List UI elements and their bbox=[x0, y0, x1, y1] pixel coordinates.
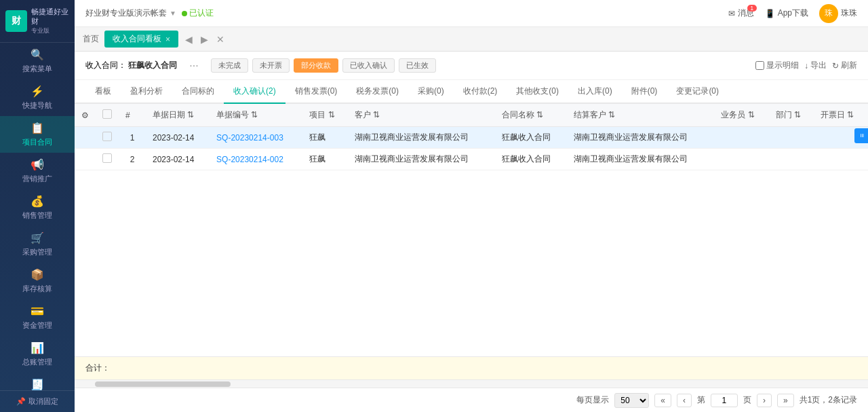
th-customer[interactable]: 客户 ⇅ bbox=[348, 104, 495, 127]
sub-tabs: 看板盈利分析合同标的收入确认(2)销售发票(0)税务发票(0)采购(0)收付款(… bbox=[75, 80, 868, 104]
sub-tab-0[interactable]: 看板 bbox=[85, 80, 121, 104]
tab-close-button[interactable]: × bbox=[165, 35, 170, 44]
sub-tab-10[interactable]: 附件(0) bbox=[622, 80, 667, 104]
table-area[interactable]: ⚙ # 单据日期 ⇅ 单据编号 ⇅ 项目 ⇅ 客户 ⇅ 合同名称 ⇅ 结算客户 … bbox=[75, 104, 868, 356]
sidebar-item-search[interactable]: 🔍搜索菜单 bbox=[0, 43, 75, 79]
th-settle-customer[interactable]: 结算客户 ⇅ bbox=[567, 104, 714, 127]
td-check-1[interactable] bbox=[96, 149, 119, 170]
sidebar-item-fund[interactable]: 💳资金管理 bbox=[0, 299, 75, 336]
company-selector[interactable]: 好业财专业版演示帐套 ▼ bbox=[85, 7, 176, 19]
export-label: 导出 bbox=[810, 60, 827, 71]
sub-tab-5[interactable]: 税务发票(0) bbox=[347, 80, 408, 104]
sub-tab-2[interactable]: 合同标的 bbox=[172, 80, 224, 104]
sidebar-item-quick[interactable]: ⚡快捷导航 bbox=[0, 79, 75, 116]
tab-bar: 首页 收入合同看板 × ◀ ▶ ✕ bbox=[75, 27, 868, 52]
home-breadcrumb[interactable]: 首页 bbox=[83, 33, 99, 45]
td-salesperson-0 bbox=[714, 127, 768, 149]
status-btn-1[interactable]: 未开票 bbox=[252, 58, 290, 73]
sidebar-item-purchase[interactable]: 🛒采购管理 bbox=[0, 226, 75, 263]
td-code-0[interactable]: SQ-20230214-003 bbox=[210, 127, 302, 149]
page-number-input[interactable] bbox=[711, 394, 738, 407]
th-open-date[interactable]: 开票日 ⇅ bbox=[814, 104, 868, 127]
first-page-button[interactable]: « bbox=[654, 394, 671, 407]
td-code-1[interactable]: SQ-20230214-002 bbox=[210, 149, 302, 170]
code-link-0[interactable]: SQ-20230214-003 bbox=[216, 133, 283, 143]
td-salesperson-1 bbox=[714, 149, 768, 170]
refresh-icon: ↻ bbox=[832, 61, 839, 71]
message-button[interactable]: ✉ 消息 1 bbox=[728, 7, 754, 19]
sidebar-item-account[interactable]: 📊总账管理 bbox=[0, 336, 75, 373]
table-row[interactable]: 1 2023-02-14 SQ-20230214-003 狂飙 湖南卫视商业运营… bbox=[75, 127, 868, 149]
table-row[interactable]: 2 2023-02-14 SQ-20230214-002 狂飙 湖南卫视商业运营… bbox=[75, 149, 868, 170]
sub-tab-8[interactable]: 其他收支(0) bbox=[507, 80, 568, 104]
sub-tab-3[interactable]: 收入确认(2) bbox=[224, 80, 285, 104]
status-btn-0[interactable]: 未完成 bbox=[211, 58, 248, 73]
refresh-button[interactable]: ↻ 刷新 bbox=[832, 60, 857, 71]
sidebar-label-purchase: 采购管理 bbox=[22, 247, 52, 257]
th-date[interactable]: 单据日期 ⇅ bbox=[146, 104, 210, 127]
th-salesperson[interactable]: 业务员 ⇅ bbox=[714, 104, 768, 127]
sort-icon-project: ⇅ bbox=[328, 110, 335, 119]
sub-tab-6[interactable]: 采购(0) bbox=[408, 80, 454, 104]
certified-badge: 已认证 bbox=[182, 7, 214, 19]
th-dept[interactable]: 部门 ⇅ bbox=[769, 104, 814, 127]
show-detail-input[interactable] bbox=[755, 61, 764, 70]
sub-tab-4[interactable]: 销售发票(0) bbox=[285, 80, 347, 104]
sidebar-item-marketing[interactable]: 📢营销推广 bbox=[0, 153, 75, 189]
prev-page-button[interactable]: ‹ bbox=[677, 394, 692, 407]
active-tab-income-contract[interactable]: 收入合同看板 × bbox=[104, 31, 178, 48]
table-header-row: ⚙ # 单据日期 ⇅ 单据编号 ⇅ 项目 ⇅ 客户 ⇅ 合同名称 ⇅ 结算客户 … bbox=[75, 104, 868, 127]
sidebar-item-sales[interactable]: 💰销售管理 bbox=[0, 189, 75, 226]
user-profile[interactable]: 珠 珠珠 bbox=[819, 4, 857, 23]
sidebar-item-invoice[interactable]: 🧾发票管理 bbox=[0, 373, 75, 390]
message-icon: ✉ bbox=[728, 9, 735, 18]
th-code[interactable]: 单据编号 ⇅ bbox=[210, 104, 302, 127]
active-tab-label: 收入合同看板 bbox=[113, 33, 161, 45]
horizontal-scrollbar[interactable] bbox=[75, 379, 868, 388]
th-settings[interactable]: ⚙ bbox=[75, 104, 96, 127]
th-project[interactable]: 项目 ⇅ bbox=[302, 104, 347, 127]
th-checkbox[interactable] bbox=[96, 104, 119, 127]
tab-close-all-button[interactable]: ✕ bbox=[215, 33, 226, 46]
pagination: 每页显示 50 100 200 « ‹ 第 页 › » 共1页，2条记录 bbox=[75, 388, 868, 412]
settings-icon[interactable]: ⚙ bbox=[81, 111, 89, 120]
sidebar-item-project[interactable]: 📋项目合同 bbox=[0, 116, 75, 153]
user-name: 珠珠 bbox=[841, 7, 857, 19]
sidebar-bottom-unpin[interactable]: 📌 取消固定 bbox=[0, 390, 75, 412]
sidebar-icon-project: 📋 bbox=[31, 121, 44, 135]
sidebar-item-stock[interactable]: 📦库存核算 bbox=[0, 263, 75, 299]
row-checkbox-0[interactable] bbox=[102, 132, 112, 141]
table-body: 1 2023-02-14 SQ-20230214-003 狂飙 湖南卫视商业运营… bbox=[75, 127, 868, 170]
code-link-1[interactable]: SQ-20230214-002 bbox=[216, 155, 283, 164]
sidebar-icon-purchase: 🛒 bbox=[31, 231, 44, 245]
sub-tab-7[interactable]: 收付款(2) bbox=[454, 80, 507, 104]
status-btn-4[interactable]: 已生效 bbox=[399, 58, 436, 73]
scrollbar-thumb[interactable] bbox=[95, 381, 231, 387]
sub-tab-1[interactable]: 盈利分析 bbox=[121, 80, 172, 104]
status-btn-3[interactable]: 已收入确认 bbox=[342, 58, 395, 73]
right-panel-toggle[interactable]: ≡ bbox=[854, 128, 868, 143]
per-page-select[interactable]: 50 100 200 bbox=[614, 393, 649, 408]
topbar-right: ✉ 消息 1 📱 App下载 珠 珠珠 bbox=[728, 4, 857, 23]
sub-tab-9[interactable]: 出入库(0) bbox=[568, 80, 622, 104]
more-options-button[interactable]: ··· bbox=[185, 60, 202, 72]
td-num-1: 2 bbox=[119, 149, 146, 170]
td-customer-0: 湖南卫视商业运营发展有限公司 bbox=[348, 127, 495, 149]
app-download-button[interactable]: 📱 App下载 bbox=[765, 7, 808, 19]
last-page-button[interactable]: » bbox=[777, 394, 794, 407]
next-page-button[interactable]: › bbox=[757, 394, 772, 407]
sum-label: 合计： bbox=[85, 362, 110, 374]
export-button[interactable]: ↓ 导出 bbox=[804, 60, 827, 71]
row-checkbox-1[interactable] bbox=[102, 153, 112, 163]
sidebar-icon-stock: 📦 bbox=[31, 268, 44, 282]
select-all-checkbox[interactable] bbox=[102, 109, 112, 119]
status-buttons: 未完成未开票部分收款已收入确认已生效 bbox=[211, 58, 436, 73]
sub-tab-11[interactable]: 变更记录(0) bbox=[667, 80, 728, 104]
show-detail-checkbox[interactable]: 显示明细 bbox=[755, 60, 799, 71]
tab-prev-button[interactable]: ◀ bbox=[184, 33, 194, 46]
th-contract-name[interactable]: 合同名称 ⇅ bbox=[495, 104, 567, 127]
tab-next-button[interactable]: ▶ bbox=[199, 33, 210, 46]
status-btn-2[interactable]: 部分收款 bbox=[294, 58, 338, 73]
message-badge: 1 bbox=[747, 5, 757, 12]
td-check-0[interactable] bbox=[96, 127, 119, 149]
